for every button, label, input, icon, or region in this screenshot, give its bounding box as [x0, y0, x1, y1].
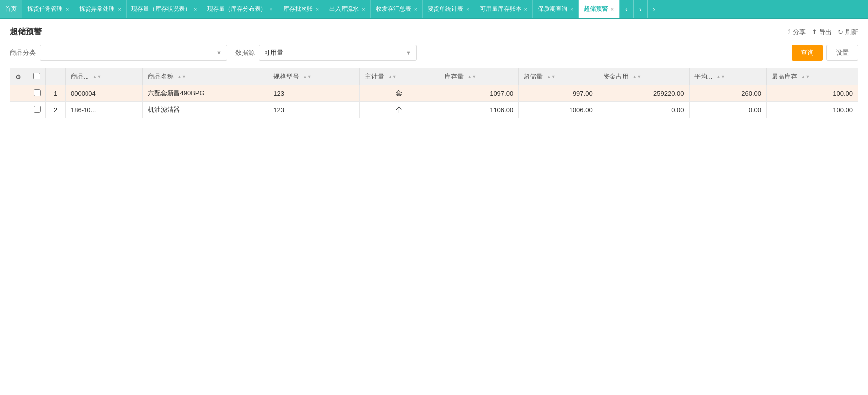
cell-num: 1 [46, 85, 66, 102]
nav-tab-active[interactable]: 超储预警 × [579, 0, 619, 19]
nav-tab-2-close[interactable]: × [118, 6, 121, 12]
nav-tab-7[interactable]: 收发存汇总表 × [371, 0, 423, 19]
th-capital-label: 资金占用 [603, 73, 629, 80]
cell-product-name: 六配套新昌490BPG [143, 85, 268, 102]
nav-tab-1[interactable]: 拣货任务管理 × [22, 0, 74, 19]
th-avg[interactable]: 平均... ▲▼ [689, 68, 766, 85]
th-checkbox [28, 68, 46, 85]
table-row: 2186-10...机油滤清器123个1106.001006.000.000.0… [10, 102, 858, 118]
share-icon: ⤴ [787, 28, 791, 36]
cell-avg: 0.00 [689, 102, 766, 118]
datasource-label: 数据源 [235, 48, 255, 57]
th-stock[interactable]: 库存量 ▲▼ [439, 68, 518, 85]
nav-arrow-right[interactable]: › [633, 0, 647, 19]
table-row: 10000004六配套新昌490BPG123套1097.00997.002592… [10, 85, 858, 102]
nav-tab-8-close[interactable]: × [466, 6, 469, 12]
th-spec-label: 规格型号 [273, 73, 299, 80]
datasource-value: 可用量 [264, 48, 283, 57]
nav-tab-8[interactable]: 要货单统计表 × [423, 0, 475, 19]
nav-tab-active-close[interactable]: × [610, 6, 613, 12]
filter-row: 商品分类 ▼ 数据源 可用量 ▼ 查询 设置 [10, 45, 858, 61]
nav-tab-6-close[interactable]: × [362, 6, 365, 12]
settings-button[interactable]: 设置 [826, 45, 858, 61]
cell-unit: 个 [360, 102, 439, 118]
cell-stock: 1106.00 [439, 102, 518, 118]
sort-icon-product-code: ▲▼ [92, 75, 101, 79]
nav-tab-4[interactable]: 现存量（库存分布表） × [202, 0, 278, 19]
th-settings: ⚙ [10, 68, 28, 85]
nav-tab-1-label: 拣货任务管理 [27, 5, 63, 13]
top-navigation: 首页 拣货任务管理 × 拣货异常处理 × 现存量（库存状况表） × 现存量（库存… [0, 0, 868, 19]
category-chevron-icon: ▼ [217, 50, 222, 56]
th-product-name[interactable]: 商品名称 ▲▼ [143, 68, 268, 85]
nav-tab-9-close[interactable]: × [524, 6, 527, 12]
data-table: ⚙ 商品... ▲▼ 商品名称 ▲▼ 规格型号 ▲▼ [10, 68, 858, 118]
cell-num: 2 [46, 102, 66, 118]
nav-tab-6[interactable]: 出入库流水 × [324, 0, 370, 19]
th-overstock[interactable]: 超储量 ▲▼ [519, 68, 598, 85]
nav-tab-10-label: 保质期查询 [538, 5, 567, 13]
nav-tab-1-close[interactable]: × [66, 6, 69, 12]
th-num [46, 68, 66, 85]
th-max-stock[interactable]: 最高库存 ▲▼ [766, 68, 858, 85]
nav-tab-home-label: 首页 [5, 5, 17, 13]
sort-icon-avg: ▲▼ [716, 75, 725, 79]
nav-tab-10[interactable]: 保质期查询 × [533, 0, 579, 19]
nav-arrow-more[interactable]: › [647, 0, 661, 19]
cell-spec: 123 [268, 85, 360, 102]
nav-tab-5-close[interactable]: × [316, 6, 319, 12]
header-actions: ⤴ 分享 ⬆ 导出 ↻ 刷新 [787, 28, 858, 37]
nav-tab-active-label: 超储预警 [584, 5, 608, 13]
cell-overstock: 997.00 [519, 85, 598, 102]
page-title: 超储预警 [10, 27, 42, 37]
cell-settings [10, 102, 28, 118]
th-unit[interactable]: 主计量 ▲▼ [360, 68, 439, 85]
nav-tab-4-close[interactable]: × [269, 6, 272, 12]
th-max-stock-label: 最高库存 [772, 73, 797, 80]
cell-checkbox [28, 85, 46, 102]
select-all-checkbox[interactable] [33, 73, 40, 79]
cell-avg: 260.00 [689, 85, 766, 102]
nav-tab-9-label: 可用量库存账本 [480, 5, 521, 13]
nav-tab-3-close[interactable]: × [194, 6, 197, 12]
sort-icon-unit: ▲▼ [388, 75, 397, 79]
row-checkbox[interactable] [34, 106, 41, 113]
nav-arrow-left[interactable]: ‹ [619, 0, 633, 19]
nav-tab-8-label: 要货单统计表 [428, 5, 463, 13]
cell-overstock: 1006.00 [519, 102, 598, 118]
datasource-select[interactable]: 可用量 ▼ [259, 45, 417, 61]
nav-tab-7-label: 收发存汇总表 [376, 5, 411, 13]
nav-tab-5[interactable]: 库存批次账 × [278, 0, 324, 19]
cell-product-name: 机油滤清器 [143, 102, 268, 118]
nav-tab-2-label: 拣货异常处理 [79, 5, 115, 13]
nav-tab-7-close[interactable]: × [414, 6, 417, 12]
cell-stock: 1097.00 [439, 85, 518, 102]
column-settings-icon[interactable]: ⚙ [15, 73, 21, 80]
share-label: 分享 [793, 28, 806, 37]
table-header-row: ⚙ 商品... ▲▼ 商品名称 ▲▼ 规格型号 ▲▼ [10, 68, 858, 85]
th-product-code-label: 商品... [71, 73, 89, 80]
nav-tab-9[interactable]: 可用量库存账本 × [475, 0, 533, 19]
cell-product-code: 0000004 [66, 85, 143, 102]
nav-tab-3[interactable]: 现存量（库存状况表） × [127, 0, 202, 19]
nav-tab-10-close[interactable]: × [570, 6, 573, 12]
row-checkbox[interactable] [34, 89, 41, 96]
share-button[interactable]: ⤴ 分享 [787, 28, 806, 37]
sort-icon-stock: ▲▼ [467, 75, 476, 79]
nav-tab-5-label: 库存批次账 [283, 5, 313, 13]
refresh-label: 刷新 [845, 28, 858, 37]
export-button[interactable]: ⬆ 导出 [812, 28, 832, 37]
cell-checkbox [28, 102, 46, 118]
th-product-code[interactable]: 商品... ▲▼ [66, 68, 143, 85]
th-spec[interactable]: 规格型号 ▲▼ [268, 68, 360, 85]
refresh-button[interactable]: ↻ 刷新 [838, 28, 858, 37]
export-label: 导出 [819, 28, 832, 37]
query-button[interactable]: 查询 [792, 45, 823, 61]
category-select[interactable]: ▼ [40, 45, 227, 61]
nav-tab-2[interactable]: 拣货异常处理 × [74, 0, 126, 19]
cell-unit: 套 [360, 85, 439, 102]
nav-tab-home[interactable]: 首页 [0, 0, 22, 19]
category-filter: 商品分类 ▼ [10, 45, 227, 61]
th-avg-label: 平均... [694, 73, 713, 80]
th-capital[interactable]: 资金占用 ▲▼ [598, 68, 689, 85]
